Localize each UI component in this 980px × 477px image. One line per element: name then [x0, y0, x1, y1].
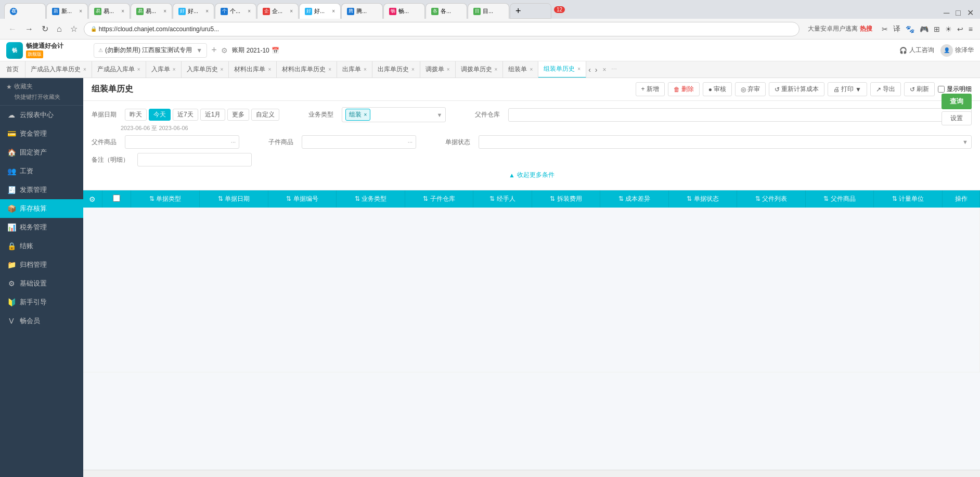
col-order-status[interactable]: ⇅ 单据状态	[668, 190, 737, 208]
nav-tab-3[interactable]: 入库单 ×	[146, 61, 182, 78]
nav-tab-2-close[interactable]: ×	[137, 67, 140, 72]
abandon-button[interactable]: ◎ 弃审	[735, 82, 766, 96]
browser-tab-8[interactable]: 好 好... ×	[299, 3, 341, 19]
sidebar-item-salary[interactable]: 👥 工资	[0, 162, 83, 181]
nav-tab-12[interactable]: 组装单历史 ×	[538, 61, 586, 78]
col-date[interactable]: ⇅ 单据日期	[199, 190, 268, 208]
maximize-button[interactable]: □	[953, 7, 963, 19]
col-settings[interactable]: ⚙	[83, 190, 102, 208]
minimize-button[interactable]: ─	[942, 7, 951, 19]
filter-settings-button[interactable]: 设置	[942, 111, 972, 125]
table-settings-icon[interactable]: ⚙	[89, 195, 96, 203]
sidebar-item-cloud-report[interactable]: ☁ 云报表中心	[0, 106, 83, 124]
sidebar-item-guide[interactable]: 🔰 新手引导	[0, 293, 83, 312]
col-checkbox[interactable]	[102, 190, 131, 208]
browser-tab-6[interactable]: 个 个... ×	[215, 3, 256, 19]
nav-tab-12-close[interactable]: ×	[577, 66, 581, 72]
tab-6-close[interactable]: ×	[248, 8, 251, 14]
tabs-scroll-left[interactable]: ‹	[586, 66, 593, 74]
star-button[interactable]: ☆	[68, 23, 80, 35]
date-today[interactable]: 今天	[149, 109, 171, 121]
tab-8-close[interactable]: ×	[332, 8, 335, 14]
tab-2-close[interactable]: ×	[79, 8, 82, 14]
biz-type-tag-close[interactable]: ×	[364, 112, 367, 118]
col-cost-diff[interactable]: ⇅ 成本差异	[600, 190, 669, 208]
company-settings-icon[interactable]: ⚙	[221, 46, 228, 55]
delete-button[interactable]: 🗑 删除	[668, 82, 700, 96]
sidebar-item-checkout[interactable]: 🔒 结账	[0, 237, 83, 255]
nav-tab-11-close[interactable]: ×	[530, 67, 533, 72]
nav-tab-11[interactable]: 组装单 ×	[503, 61, 538, 78]
horizontal-scrollbar[interactable]	[83, 470, 980, 477]
address-bar[interactable]: 🔒 https://cloud.chanjet.com/accounting/u…	[84, 22, 800, 36]
company-selector[interactable]: ⚠ (勿删勿禁用) 江西服宝测试专用 ▼	[94, 43, 207, 58]
col-child-warehouse[interactable]: ⇅ 子件仓库	[405, 190, 473, 208]
browser-tab-2[interactable]: 新 新... ×	[46, 3, 88, 19]
date-custom[interactable]: 自定义	[251, 109, 279, 121]
browser-tab-10[interactable]: 畅 畅...	[383, 3, 425, 19]
tab-4-close[interactable]: ×	[163, 8, 166, 14]
extension-icon-2[interactable]: 🎮	[919, 24, 930, 34]
close-window-button[interactable]: ✕	[965, 7, 976, 19]
nav-tab-1[interactable]: 产成品入库单历史 ×	[25, 61, 92, 78]
export-button[interactable]: ↗ 导出	[870, 82, 901, 96]
browser-tab-9[interactable]: 腾 腾...	[341, 3, 383, 19]
forward-button[interactable]: →	[23, 23, 35, 35]
browser-tab-4[interactable]: 易 易... ×	[131, 3, 172, 19]
translate-icon[interactable]: 译	[892, 23, 901, 35]
show-detail-checkbox[interactable]: 显示明细	[938, 85, 972, 94]
order-status-input[interactable]: ▼	[479, 135, 972, 149]
nav-tab-8-close[interactable]: ×	[411, 67, 415, 72]
scissors-icon[interactable]: ✂	[881, 24, 889, 34]
sidebar-item-settings[interactable]: ⚙ 基础设置	[0, 274, 83, 293]
nav-tab-7-close[interactable]: ×	[364, 67, 367, 72]
sidebar-favorites[interactable]: ★ 收藏夹 快捷键打开收藏夹	[0, 78, 83, 106]
parent-goods-input[interactable]: ···	[125, 135, 239, 149]
user-info[interactable]: 👤 徐泽华	[940, 44, 974, 57]
sidebar-item-member[interactable]: V 畅会员	[0, 312, 83, 330]
browser-tab-1[interactable]: 在	[4, 3, 46, 19]
sidebar-item-inventory[interactable]: 📦 库存核算	[0, 199, 83, 218]
tab-3-close[interactable]: ×	[121, 8, 124, 14]
sidebar-item-invoice[interactable]: 🧾 发票管理	[0, 181, 83, 199]
nav-tab-7[interactable]: 出库单 ×	[337, 61, 372, 78]
browser-tab-11[interactable]: 各 各...	[425, 3, 467, 19]
nav-tab-1-close[interactable]: ×	[83, 67, 86, 72]
nav-tab-9[interactable]: 调拨单 ×	[420, 61, 456, 78]
sun-icon[interactable]: ☀	[944, 24, 953, 34]
date-1month[interactable]: 近1月	[200, 109, 226, 121]
home-button[interactable]: ⌂	[55, 23, 64, 35]
nav-tab-8[interactable]: 出库单历史 ×	[372, 61, 420, 78]
nav-tab-10-close[interactable]: ×	[495, 67, 498, 72]
collapse-button[interactable]: ▲ 收起更多条件	[509, 171, 555, 179]
col-biz-type[interactable]: ⇅ 业务类型	[337, 190, 405, 208]
nav-tab-6[interactable]: 材料出库单历史 ×	[277, 61, 337, 78]
service-button[interactable]: 🎧 人工咨询	[899, 46, 934, 55]
refresh-button[interactable]: ↺ 刷新	[904, 82, 935, 96]
show-detail-input[interactable]	[938, 86, 945, 93]
favorites-title[interactable]: ★ 收藏夹	[6, 82, 77, 91]
col-handler[interactable]: ⇅ 经手人	[473, 190, 532, 208]
nav-tab-9-close[interactable]: ×	[447, 67, 450, 72]
select-all-checkbox[interactable]	[113, 195, 120, 202]
nav-tab-5-close[interactable]: ×	[268, 67, 271, 72]
child-goods-input[interactable]: ···	[302, 135, 416, 149]
extension-icon-1[interactable]: 🐾	[905, 24, 915, 34]
col-number[interactable]: ⇅ 单据编号	[268, 190, 337, 208]
nav-tab-4-close[interactable]: ×	[221, 67, 224, 72]
nav-tab-4[interactable]: 入库单历史 ×	[182, 61, 229, 78]
browser-tab-7[interactable]: 企 企... ×	[257, 3, 299, 19]
print-button[interactable]: 🖨 打印 ▼	[828, 82, 867, 96]
add-company-button[interactable]: +	[211, 45, 217, 56]
tabs-more-button[interactable]: ⋯	[609, 66, 619, 73]
audit-button[interactable]: ● 审核	[703, 82, 732, 96]
sidebar-item-archive[interactable]: 📁 归档管理	[0, 255, 83, 274]
nav-tab-5[interactable]: 材料出库单 ×	[229, 61, 277, 78]
recalc-button[interactable]: ↺ 重新计算成本	[769, 82, 824, 96]
remark-text-input[interactable]	[141, 156, 248, 163]
remark-input[interactable]	[137, 153, 252, 166]
new-button[interactable]: + 新增	[636, 82, 665, 96]
close-all-tabs-button[interactable]: ×	[599, 66, 609, 73]
tab-7-close[interactable]: ×	[290, 8, 293, 14]
parent-warehouse-input[interactable]: ···	[508, 108, 972, 122]
